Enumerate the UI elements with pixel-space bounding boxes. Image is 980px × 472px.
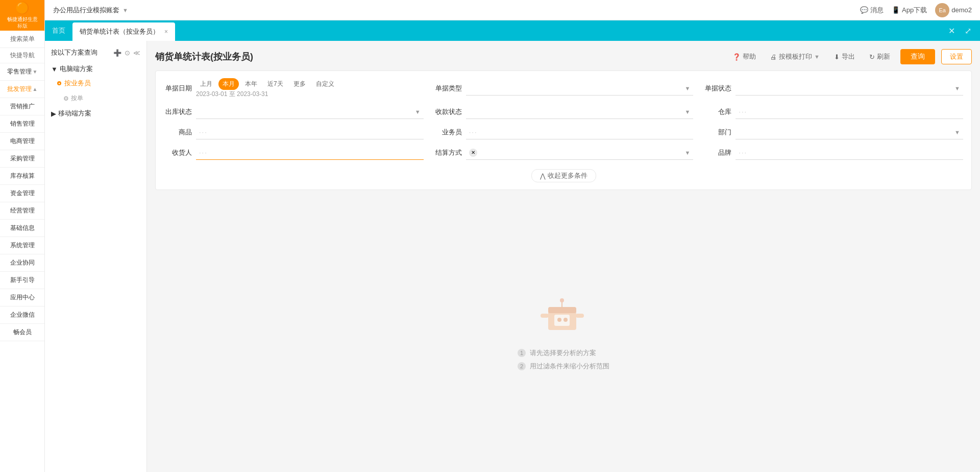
tab-sales-stat[interactable]: 销货单统计表（按业务员） × [72,22,175,41]
scheme-by-salesperson[interactable]: ● 按业务员 [45,76,146,91]
department-select[interactable]: ▼ [736,125,963,139]
pc-scheme-label: 电脑端方案 [60,64,93,74]
warehouse-select[interactable]: ··· [736,105,963,119]
collapse-btn[interactable]: ⋀ 收起更多条件 [531,169,596,182]
sidebar-quick-nav[interactable]: 快捷导航 [0,48,44,63]
tab-home-label: 首页 [52,26,65,35]
date-tab-lastmonth[interactable]: 上月 [196,78,216,90]
scheme-by-order[interactable]: ⚙ 按单 [45,91,146,106]
tip-text-2: 用过滤条件来缩小分析范围 [530,362,609,371]
mobile-scheme-label: 移动端方案 [58,109,91,118]
help-label: 帮助 [743,52,756,61]
brand-select[interactable]: ··· [736,146,963,160]
mobile-scheme-group[interactable]: ▶ 移动端方案 [45,107,146,120]
inventory-label: 库存核算 [10,172,35,180]
sidebar-item-wholesale[interactable]: 批发管理 ▲ [0,81,44,98]
retail-arrow-icon: ▼ [33,69,38,75]
print-btn[interactable]: 🖨 按模板打印 ▼ [766,50,824,63]
basics-label: 基础信息 [10,224,35,232]
logo-text: 畅捷通好生意 [7,16,38,22]
add-scheme-icon[interactable]: ➕ [113,49,121,57]
breadcrumb-dropdown-icon[interactable]: ▼ [122,7,128,13]
date-tab-last7[interactable]: 近7天 [263,78,287,90]
sidebar-item-operations[interactable]: 经营管理 [0,202,44,220]
date-tab-custom[interactable]: 自定义 [312,78,338,90]
warehouse-dots: ··· [739,108,747,115]
department-arrow-icon: ▼ [954,129,960,135]
receiver-select[interactable]: ··· [196,146,424,160]
outstatus-arrow-icon: ▼ [415,109,421,115]
user-profile-btn[interactable]: Ea demo2 [935,3,972,17]
sidebar-item-weixin[interactable]: 企业微信 [0,306,44,324]
goods-dots: ··· [199,128,208,136]
sidebar-item-inventory[interactable]: 库存核算 [0,168,44,185]
user-name: demo2 [951,6,972,14]
scheme-panel-header: 按以下方案查询 ➕ ⊙ ≪ [45,46,146,61]
sidebar-item-newuser[interactable]: 新手引导 [0,272,44,289]
top-header: 办公用品行业模拟账套 ▼ 💬 消息 📱 App下载 Ea demo2 [45,0,980,20]
filter-docstatus-item: 单据状态 ▼ [703,78,963,99]
header-left: 办公用品行业模拟账套 ▼ [53,6,128,15]
right-content: 销货单统计表(按业务员) ❓ 帮助 🖨 按模板打印 ▼ ⬇ 导出 [147,41,980,472]
payment-status-select[interactable]: ▼ [466,105,694,119]
collapse-label: 收起更多条件 [548,171,587,180]
warehouse-label: 仓库 [703,107,731,116]
print-icon: 🖨 [770,53,777,61]
filter-doctype-item: 单据类型 ▼ [434,78,694,99]
collapse-scheme-icon[interactable]: ≪ [133,49,140,57]
help-btn[interactable]: ❓ 帮助 [728,50,760,63]
sidebar-item-appcenter[interactable]: 应用中心 [0,289,44,306]
tip-num-2: 2 [518,362,526,370]
tab-sales-stat-label: 销货单统计表（按业务员） [80,27,159,36]
sidebar-item-sales[interactable]: 销售管理 [0,115,44,133]
filter-panel: 单据日期 上月 本月 本年 近7天 更多 自定义 2023-03-01 至 20… [155,70,972,190]
payment-method-clear[interactable]: ✕ [469,149,477,157]
sidebar-item-finance[interactable]: 资金管理 [0,185,44,202]
date-tab-thisyear[interactable]: 本年 [241,78,261,90]
sidebar-item-ecommerce[interactable]: 电商管理 [0,133,44,150]
svg-point-3 [557,318,561,322]
app-download-btn[interactable]: 📱 App下载 [892,6,927,15]
refresh-btn[interactable]: ↻ 刷新 [865,50,894,63]
date-tab-more[interactable]: 更多 [289,78,310,90]
date-tab-thismonth[interactable]: 本月 [218,78,239,90]
filter-receiver-item: 收货人 ··· [164,146,424,160]
sidebar-item-system[interactable]: 系统管理 [0,237,44,254]
sidebar-item-marketing[interactable]: 营销推广 [0,98,44,115]
messages-btn[interactable]: 💬 消息 [860,6,884,15]
tab-close-window-icon[interactable]: ✕ [945,25,958,37]
breadcrumb-text: 办公用品行业模拟账套 [53,6,119,15]
docstatus-select[interactable]: ▼ [736,81,963,96]
sidebar-item-enterprise[interactable]: 企业协同 [0,254,44,272]
sidebar-item-basics[interactable]: 基础信息 [0,220,44,237]
pc-scheme-header[interactable]: ▼ 电脑端方案 [45,62,146,76]
tab-home[interactable]: 首页 [45,20,72,41]
payment-method-select[interactable]: ✕ ▼ [466,146,694,160]
empty-tip-2: 2 用过滤条件来缩小分析范围 [518,362,609,371]
sidebar-item-purchase[interactable]: 采购管理 [0,150,44,168]
page-actions: ❓ 帮助 🖨 按模板打印 ▼ ⬇ 导出 ↻ 刷新 [728,49,972,64]
download-icon: 📱 [892,6,900,14]
salesperson-dots: ··· [469,128,478,136]
tab-expand-icon[interactable]: ⤢ [962,25,974,37]
header-right: 💬 消息 📱 App下载 Ea demo2 [860,3,972,17]
outstatus-select[interactable]: ▼ [196,105,424,119]
settings-btn[interactable]: 设置 [941,49,972,64]
goods-select[interactable]: ··· [196,125,424,139]
tab-close-icon[interactable]: × [164,28,168,35]
export-label: 导出 [842,52,855,61]
by-order-label: 按单 [71,94,83,103]
settings-scheme-icon[interactable]: ⊙ [125,49,130,57]
message-icon: 💬 [860,6,868,14]
sidebar-search-menu[interactable]: 搜索菜单 [0,31,44,48]
query-btn[interactable]: 查询 [900,49,935,64]
quick-nav-label: 快捷导航 [0,51,44,60]
salesperson-label: 业务员 [434,128,462,137]
docstatus-arrow-icon: ▼ [954,85,960,91]
filter-payment-method-item: 结算方式 ✕ ▼ [434,146,694,160]
salesperson-select[interactable]: ··· [466,125,694,139]
sidebar-item-member[interactable]: 畅会员 [0,324,44,341]
doctype-select[interactable]: ▼ [466,81,694,96]
sidebar-item-retail[interactable]: 零售管理 ▼ [0,63,44,81]
export-btn[interactable]: ⬇ 导出 [830,50,859,63]
